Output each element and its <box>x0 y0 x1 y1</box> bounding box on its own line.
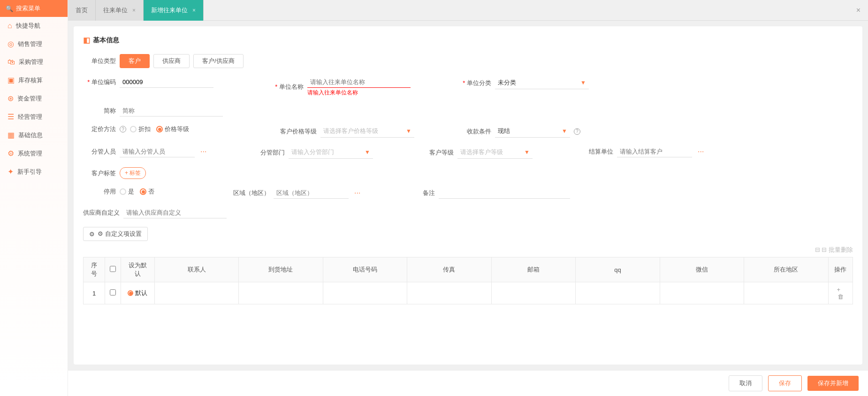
save-button[interactable]: 保存 <box>768 375 802 391</box>
tab-new-partner[interactable]: 新增往来单位 × <box>144 0 204 21</box>
row-delete-btn[interactable]: 🗑 <box>838 293 844 300</box>
disabled-no[interactable]: 否 <box>140 187 154 196</box>
disabled-yes[interactable]: 是 <box>120 187 134 196</box>
sidebar-label-quick-nav: 快捷导航 <box>16 22 40 30</box>
department-field: 分管部门 请输入分管部门 ▼ <box>252 146 402 159</box>
row-region[interactable] <box>744 282 828 304</box>
tab-new-partner-close[interactable]: × <box>192 7 196 14</box>
qq-input[interactable] <box>580 290 655 297</box>
supplier-custom-input[interactable] <box>123 207 227 218</box>
add-tag-button[interactable]: + 标签 <box>120 167 146 179</box>
tab-home[interactable]: 首页 <box>68 0 96 21</box>
discount-label: 折扣 <box>138 125 151 133</box>
manager-input[interactable] <box>120 146 195 157</box>
wechat-input[interactable] <box>665 290 739 297</box>
phone-input[interactable] <box>328 290 402 297</box>
address-input[interactable] <box>244 290 318 297</box>
sidebar-item-purchase[interactable]: 🛍 采购管理 <box>0 53 68 71</box>
delete-icon: ⊟ <box>815 246 820 253</box>
payment-help-icon[interactable]: ? <box>574 128 580 135</box>
tab-new-partner-label: 新增往来单位 <box>151 6 188 15</box>
sidebar-item-basic-info[interactable]: ▦ 基础信息 <box>0 126 68 144</box>
custom-settings-button[interactable]: ⚙ ⚙ 自定义项设置 <box>83 227 148 241</box>
sidebar-item-system[interactable]: ⚙ 系统管理 <box>0 144 68 163</box>
unit-btn-both[interactable]: 客户/供应商 <box>193 54 244 68</box>
pricing-help-icon[interactable]: ? <box>120 126 126 132</box>
manager-field: 分管人员 ··· <box>83 146 233 157</box>
tab-partners[interactable]: 往来单位 × <box>96 0 144 21</box>
settings-icon: ⚙ <box>89 231 95 238</box>
supplier-custom-field: 供应商自定义 <box>83 207 853 218</box>
select-all-checkbox[interactable] <box>110 266 116 272</box>
save-and-new-button[interactable]: 保存并新增 <box>807 376 859 391</box>
main-close-button[interactable]: × <box>856 6 860 15</box>
row-default-radio[interactable] <box>128 290 133 296</box>
department-select[interactable]: 请输入分管部门 ▼ <box>289 146 373 159</box>
section-title-label: 基本信息 <box>93 36 119 45</box>
col-wechat: 微信 <box>660 257 744 282</box>
operations-icon: ☰ <box>8 112 14 121</box>
batch-delete-area: ⊟ ⊟ 批量删除 <box>83 246 853 254</box>
tab-partners-close[interactable]: × <box>132 7 136 14</box>
price-level-radio[interactable] <box>156 126 163 132</box>
sidebar-item-inventory[interactable]: ▣ 库存核算 <box>0 71 68 89</box>
unit-name-label: 单位名称 <box>271 83 304 91</box>
row-wechat[interactable] <box>660 282 744 304</box>
tags-row: 客户标签 + 标签 <box>83 167 853 179</box>
payment-terms-select[interactable]: 现结 ▼ <box>495 125 570 138</box>
default-radio-label[interactable]: 默认 <box>126 289 150 297</box>
fax-input[interactable] <box>412 290 486 297</box>
customer-price-level-placeholder: 请选择客户价格等级 <box>323 127 378 135</box>
customer-price-level-select[interactable]: 请选择客户价格等级 ▼ <box>320 125 414 138</box>
email-input[interactable] <box>496 290 571 297</box>
row-contact[interactable] <box>154 282 238 304</box>
row-qq[interactable] <box>576 282 660 304</box>
region-more-btn[interactable]: ··· <box>352 189 362 197</box>
row-address[interactable] <box>239 282 323 304</box>
pricing-option-price-level[interactable]: 价格等级 <box>156 125 189 133</box>
customer-level-select[interactable]: 请选择客户等级 ▼ <box>457 146 533 159</box>
sidebar-item-guide[interactable]: ✦ 新手引导 <box>0 163 68 181</box>
col-fax: 传真 <box>407 257 491 282</box>
pricing-option-discount[interactable]: 折扣 <box>130 125 151 133</box>
row-region-input[interactable] <box>749 290 823 297</box>
pricing-row: 定价方法 ? 折扣 价格等级 客户价格等级 请选择客户价格等级 <box>83 125 853 138</box>
row-checkbox[interactable] <box>110 289 116 295</box>
supplier-custom-label: 供应商自定义 <box>83 209 120 217</box>
unit-code-input[interactable] <box>120 77 213 88</box>
cancel-button[interactable]: 取消 <box>729 375 762 391</box>
settlement-input[interactable] <box>617 146 692 157</box>
sidebar-label-operations: 经营管理 <box>18 113 42 121</box>
sidebar-item-sales[interactable]: ◎ 销售管理 <box>0 35 68 53</box>
sidebar-item-operations[interactable]: ☰ 经营管理 <box>0 108 68 126</box>
row-fax[interactable] <box>407 282 491 304</box>
sidebar-search[interactable]: 🔍 搜索菜单 <box>0 0 68 17</box>
unit-btn-customer[interactable]: 客户 <box>120 54 150 68</box>
unit-name-input[interactable] <box>307 77 411 88</box>
row-add-btn[interactable]: + <box>837 286 841 293</box>
disabled-no-radio[interactable] <box>140 188 146 195</box>
row-phone[interactable] <box>323 282 407 304</box>
col-address: 到货地址 <box>239 257 323 282</box>
contact-input[interactable] <box>160 290 234 297</box>
sidebar-item-finance[interactable]: ⊛ 资金管理 <box>0 89 68 108</box>
unit-btn-supplier[interactable]: 供应商 <box>153 54 190 68</box>
tab-partners-label: 往来单位 <box>103 6 128 15</box>
disabled-yes-radio[interactable] <box>120 188 126 195</box>
sidebar-label-finance: 资金管理 <box>17 94 42 103</box>
unit-category-select[interactable]: 未分类 ▼ <box>495 77 589 89</box>
manager-more-btn[interactable]: ··· <box>198 148 208 156</box>
row-actions: + 🗑 <box>828 282 853 304</box>
sidebar-item-quick-nav[interactable]: ⌂ 快捷导航 <box>0 17 68 35</box>
region-input[interactable] <box>274 187 349 199</box>
row-email[interactable] <box>491 282 575 304</box>
discount-radio[interactable] <box>130 126 137 132</box>
tab-bar: 首页 往来单位 × 新增往来单位 × × <box>68 0 868 21</box>
settlement-more-btn[interactable]: ··· <box>696 148 706 156</box>
remarks-label: 备注 <box>402 189 435 197</box>
unit-type-label: 单位类型 <box>83 57 116 65</box>
short-name-input[interactable] <box>120 105 223 116</box>
custom-settings-label: ⚙ 自定义项设置 <box>98 230 142 238</box>
batch-delete-btn[interactable]: ⊟ ⊟ 批量删除 <box>815 246 853 253</box>
remarks-input[interactable] <box>439 187 570 199</box>
